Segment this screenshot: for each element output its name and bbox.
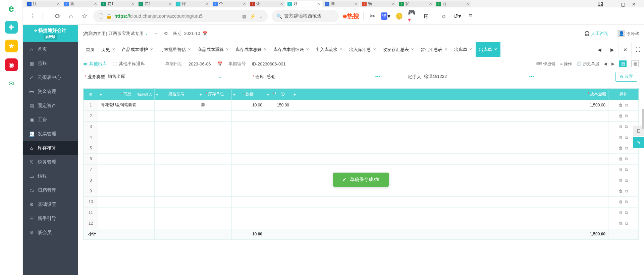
- sidebar-item-closing[interactable]: ▭结账: [23, 169, 78, 183]
- table-row[interactable]: 12🗑⧉: [84, 218, 639, 229]
- close-icon[interactable]: ✕: [444, 47, 447, 52]
- cell-unit[interactable]: 套: [198, 100, 232, 110]
- handler-input[interactable]: 徐泽华1222•••: [424, 72, 535, 81]
- cell-blank[interactable]: [292, 196, 568, 207]
- cell-price[interactable]: [265, 110, 292, 121]
- close-icon[interactable]: ✕: [150, 47, 153, 52]
- cell-unit[interactable]: [198, 164, 232, 175]
- cell-unit[interactable]: [198, 218, 232, 229]
- cell-qty[interactable]: [232, 218, 265, 229]
- cell-spec[interactable]: [155, 196, 198, 207]
- doc-type-radio[interactable]: 其他出库: [83, 61, 107, 67]
- sidebar-item-guide[interactable]: ☰新手引导: [23, 212, 78, 226]
- scrollbar-thumb[interactable]: [642, 109, 644, 129]
- star-icon[interactable]: ☆: [80, 11, 89, 21]
- cell-unit[interactable]: [198, 207, 232, 218]
- cell-product[interactable]: [98, 207, 155, 218]
- delete-row-icon[interactable]: 🗑: [619, 113, 623, 118]
- cell-spec[interactable]: [155, 143, 198, 153]
- sidebar-item-settings[interactable]: ⚙基础设置: [23, 197, 78, 212]
- close-icon[interactable]: ✕: [469, 47, 472, 52]
- cell-product[interactable]: [98, 121, 155, 132]
- close-icon[interactable]: ✕: [466, 2, 469, 6]
- table-row[interactable]: 9🗑⧉: [84, 186, 639, 196]
- browser-tab[interactable]: ▪易1✕: [99, 1, 136, 7]
- cell-price[interactable]: [265, 121, 292, 132]
- cell-qty[interactable]: [232, 132, 265, 143]
- menu-icon[interactable]: ≡: [466, 11, 475, 21]
- close-icon[interactable]: ✕: [494, 47, 497, 52]
- cell-unit[interactable]: [198, 110, 232, 121]
- bolt-icon[interactable]: ⚡: [250, 13, 256, 19]
- sidebar-item-cloud-reports[interactable]: ⤢云报表中心: [23, 71, 78, 85]
- cell-product[interactable]: [98, 153, 155, 164]
- cell-product[interactable]: [98, 132, 155, 143]
- page-tab[interactable]: 出库单✕: [476, 42, 500, 57]
- cell-price[interactable]: [265, 164, 292, 175]
- copy-row-icon[interactable]: ⧉: [625, 178, 628, 183]
- cell-blank[interactable]: [292, 186, 568, 196]
- url-field[interactable]: 🔒 https://cloud.chanjet.com/accounting/u…: [93, 10, 268, 22]
- float-feedback-icon[interactable]: ✎: [633, 137, 644, 148]
- table-row[interactable]: 10🗑⧉: [84, 196, 639, 207]
- copy-row-icon[interactable]: ⧉: [625, 135, 628, 140]
- page-tab[interactable]: 商品成本重算✕: [194, 42, 232, 57]
- page-tab[interactable]: 出入库流水✕: [312, 42, 346, 57]
- browser-tab[interactable]: ▪畅✕: [360, 1, 396, 7]
- page-tab[interactable]: 出入库汇总✕: [346, 42, 379, 57]
- close-icon[interactable]: ✕: [131, 2, 134, 6]
- col-gear[interactable]: ⚙: [84, 89, 98, 100]
- page-tab[interactable]: 首页: [83, 42, 98, 57]
- close-icon[interactable]: ✕: [429, 2, 432, 6]
- close-icon[interactable]: ✕: [112, 47, 115, 52]
- cell-product[interactable]: [98, 143, 155, 153]
- copy-row-icon[interactable]: ⧉: [625, 113, 628, 118]
- browser-tab[interactable]: ▪百✕: [434, 1, 471, 7]
- cell-amount[interactable]: [568, 196, 608, 207]
- grid-view-toggle[interactable]: ▤: [619, 60, 627, 67]
- delete-row-icon[interactable]: 🗑: [619, 210, 623, 215]
- delete-row-icon[interactable]: 🗑: [619, 221, 623, 226]
- assistant-icon[interactable]: ✚: [5, 21, 18, 34]
- apps-icon[interactable]: ⊞: [421, 11, 431, 21]
- warehouse-input[interactable]: 总仓•••: [267, 72, 381, 81]
- cell-spec[interactable]: [155, 121, 198, 132]
- copy-row-icon[interactable]: ⧉: [625, 124, 628, 129]
- cell-price[interactable]: [265, 186, 292, 196]
- cell-product[interactable]: [98, 175, 155, 186]
- col-middle[interactable]: ◆: [292, 89, 568, 100]
- cell-unit[interactable]: [198, 186, 232, 196]
- close-icon[interactable]: ✕: [57, 2, 60, 6]
- settings-button[interactable]: ⚙ 设置: [615, 72, 637, 82]
- cell-price[interactable]: [265, 218, 292, 229]
- cell-spec[interactable]: [155, 207, 198, 218]
- sidebar-item-salary[interactable]: ▣工资: [23, 113, 78, 127]
- table-row[interactable]: 6🗑⧉: [84, 153, 639, 164]
- cell-qty[interactable]: [232, 153, 265, 164]
- refresh-icon[interactable]: ⟳: [53, 11, 62, 21]
- cell-unit[interactable]: [198, 121, 232, 132]
- more-icon[interactable]: •••: [529, 74, 535, 79]
- copy-row-icon[interactable]: ⧉: [625, 210, 628, 215]
- cell-amount[interactable]: [568, 164, 608, 175]
- delete-row-icon[interactable]: 🗑: [619, 189, 623, 193]
- fullscreen-icon[interactable]: ⛶: [631, 42, 644, 57]
- cell-qty[interactable]: [232, 143, 265, 153]
- close-icon[interactable]: ✕: [264, 47, 267, 52]
- cell-price[interactable]: [265, 175, 292, 186]
- gamepad-icon[interactable]: 🎮▾: [408, 11, 417, 21]
- browser-icon[interactable]: e: [5, 2, 18, 15]
- sidebar-item-fixed-assets[interactable]: ▤固定资产: [23, 99, 78, 113]
- page-tab[interactable]: 库存成本总账✕: [232, 42, 270, 57]
- page-tab[interactable]: 暂估汇总表✕: [417, 42, 451, 57]
- page-tab[interactable]: 出库单✕: [451, 42, 476, 57]
- calendar-icon[interactable]: 📅: [203, 31, 208, 36]
- close-icon[interactable]: ✕: [317, 2, 320, 6]
- cell-amount[interactable]: [568, 175, 608, 186]
- doc-type-radio[interactable]: 其他出库退库: [113, 61, 145, 67]
- table-row[interactable]: 11🗑⧉: [84, 207, 639, 218]
- history-prev[interactable]: ◀: [604, 61, 607, 66]
- close-icon[interactable]: ✕: [355, 2, 358, 6]
- cell-spec[interactable]: [155, 132, 198, 143]
- close-icon[interactable]: ✕: [94, 2, 97, 6]
